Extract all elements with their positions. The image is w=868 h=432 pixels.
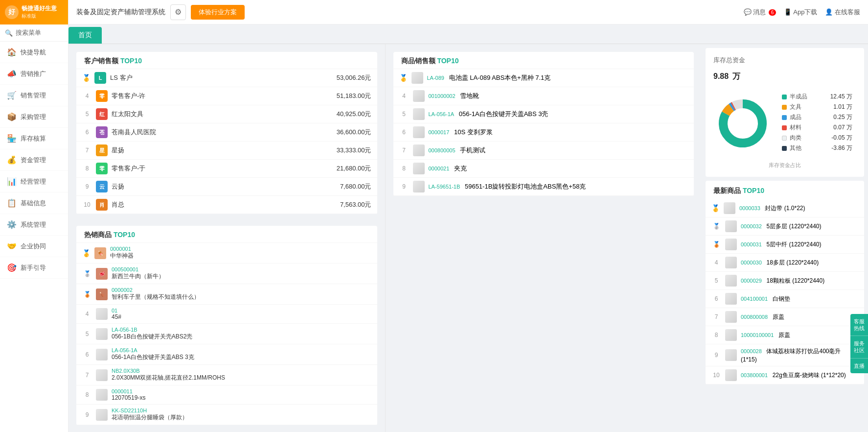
placeholder	[725, 329, 737, 341]
product-code: 001000002	[429, 93, 456, 99]
inventory-value: 9.88	[713, 72, 729, 80]
rank-num: 🥉	[82, 291, 92, 298]
rank-num: 8	[82, 165, 92, 172]
product-info: 000500001 新西兰牛肉（新牛）	[112, 266, 371, 281]
inventory-amount: 9.88 万	[713, 67, 745, 82]
list-item: 🥉 0000031 5层中纤 (1220*2440)	[706, 236, 864, 254]
inventory-subtitle: 库存资金占比	[713, 162, 856, 169]
table-row: 8 零 零售客户-于 21,680.00元	[76, 160, 377, 178]
list-item: 4 01 45#	[76, 305, 377, 324]
online-service-btn[interactable]: 👤 在线客服	[825, 8, 860, 17]
product-info: 0000017 10S 变刹罗浆	[429, 128, 688, 137]
message-btn[interactable]: 💬 消息 6	[744, 8, 777, 17]
product-name: 10S 变刹罗浆	[454, 128, 493, 136]
avatar: 星	[96, 144, 108, 156]
hot-products-panel: 热销商品 TOP10 🥇 🍖 0000001 中华神器	[76, 226, 377, 425]
search-menu-btn[interactable]: 🔍 搜索菜单	[0, 24, 68, 42]
list-item: 10 003800001 22g鱼豆腐-烧烤味 (1*12*20)	[706, 366, 864, 384]
product-info: 10000100001 原盖	[741, 331, 858, 339]
list-item: 6 0000017 10S 变刹罗浆	[393, 123, 694, 142]
tab-home[interactable]: 首页	[69, 27, 102, 44]
customer-name: 零售客户-于	[112, 164, 333, 173]
placeholder	[724, 202, 735, 214]
placeholder	[96, 328, 108, 340]
sidebar-item-basics[interactable]: 📋 基础信息	[0, 192, 68, 214]
legend-label: 半成品	[790, 93, 830, 101]
trial-button[interactable]: 体验行业方案	[191, 5, 245, 20]
legend-row: 半成品 12.45 万	[782, 93, 852, 101]
sidebar-item-guide[interactable]: 🎯 新手引导	[0, 257, 68, 279]
customer-service-btn[interactable]: 客服热线	[850, 314, 868, 336]
sidebar-item-home[interactable]: 🏠 快捷导航	[0, 42, 68, 63]
product-info: 0000002 智利车子里（规格不知道填什么）	[112, 287, 371, 301]
sidebar-item-marketing[interactable]: 📣 营销推广	[0, 63, 68, 85]
product-code: LA-056-1A	[429, 111, 455, 117]
avatar: 云	[96, 181, 108, 192]
collab-icon: 🤝	[7, 241, 17, 251]
service-community-btn[interactable]: 服务社区	[850, 336, 868, 359]
product-code: 01	[112, 308, 371, 313]
product-code: LA-59651-1B	[429, 184, 460, 190]
customer-ranking-panel: 客户销售额 TOP10 🥇 L LS 客户 53,006.26元	[76, 52, 377, 214]
list-item: 9 0000028 体城荔枝味苏打饮品400毫升 (1*15)	[706, 344, 864, 366]
product-code: KK-SD22110H	[112, 408, 371, 413]
product-thumbnail	[413, 144, 425, 156]
sidebar-item-inventory[interactable]: 🏪 库存核算	[0, 128, 68, 149]
product-code: 10000100001	[741, 332, 774, 338]
placeholder	[725, 349, 737, 361]
customer-amount: 40,925.00元	[337, 110, 371, 119]
product-name: 18颗粒板 (1220*2440)	[766, 277, 824, 284]
product-thumbnail: 🥩	[96, 268, 108, 280]
legend-label: 肉类	[790, 134, 831, 142]
sidebar-label-2: 销售管理	[21, 91, 46, 100]
sidebar-item-sales[interactable]: 🛒 销售管理	[0, 85, 68, 106]
product-name: 原盖	[773, 313, 784, 320]
app-download-btn[interactable]: 📱 App下载	[784, 8, 817, 17]
placeholder	[96, 308, 108, 320]
product-code: 000800005	[429, 147, 456, 153]
product-name: 59651-1B旋转投影灯电池盒ABS黑色+58克	[465, 183, 586, 190]
message-badge: 6	[769, 9, 777, 16]
sidebar-item-operations[interactable]: 📊 经营管理	[0, 171, 68, 192]
rank-num: 4	[399, 93, 409, 99]
placeholder	[413, 90, 425, 102]
list-item: 🥈 0000032 5层多层 (1220*2440)	[706, 217, 864, 236]
rank-num: 7	[711, 313, 721, 320]
sidebar: 好 畅捷通好生意 标准版 🔍 搜索菜单 🏠 快捷导航 📣 营销推广 🛒 销售管理…	[0, 0, 69, 432]
sidebar-item-collab[interactable]: 🤝 企业协同	[0, 236, 68, 257]
product-name: 智利车子里（规格不知道填什么）	[112, 293, 371, 301]
system-icon: ⚙️	[7, 220, 17, 229]
product-sales-header: 商品销售额 TOP10	[393, 52, 694, 69]
customer-amount: 51,183.00元	[337, 92, 371, 100]
product-info: LA-089 电池盖 LA-089 ABS本色+黑种 7.1克	[427, 73, 688, 82]
sidebar-label-3: 采购管理	[21, 113, 46, 121]
settings-button[interactable]: ⚙	[170, 4, 186, 20]
rank-num: 7	[82, 372, 92, 379]
sidebar-item-finance[interactable]: 💰 资金管理	[0, 149, 68, 171]
product-thumbnail	[96, 369, 108, 381]
list-item: 7 000800008 原盖	[706, 308, 864, 326]
product-code: 000800008	[741, 314, 768, 320]
rank-medal: 🥇	[399, 74, 408, 82]
product-name: 中华神器	[110, 252, 371, 260]
rank-num: 9	[399, 183, 409, 190]
live-broadcast-btn[interactable]: 直播	[850, 359, 868, 373]
sidebar-item-purchase[interactable]: 📦 采购管理	[0, 106, 68, 128]
product-code: LA-056-1B	[112, 327, 371, 333]
purchase-icon: 📦	[7, 112, 17, 121]
customer-name: 红太阳文具	[112, 110, 333, 119]
product-info: LA-056-1A 056-1A白色按键开关盖ABS 3克	[112, 347, 371, 361]
placeholder	[413, 126, 425, 138]
legend-value: -0.05 万	[831, 134, 852, 142]
product-name: 新西兰牛肉（新牛）	[112, 272, 371, 281]
sidebar-item-system[interactable]: ⚙️ 系统管理	[0, 214, 68, 236]
placeholder	[413, 108, 425, 120]
rank-num: 5	[711, 277, 721, 284]
rank-num: 7	[82, 147, 92, 154]
hot-products-list: 🥇 🍖 0000001 中华神器 🥈	[76, 243, 377, 425]
legend-dot	[782, 105, 787, 110]
customer-amount: 21,680.00元	[337, 164, 371, 173]
product-info: LA-59651-1B 59651-1B旋转投影灯电池盒ABS黑色+58克	[429, 182, 688, 191]
legend-row: 肉类 -0.05 万	[782, 134, 852, 142]
list-item: 5 LA-056-1A 056-1A白色按键开关盖ABS 3壳	[393, 105, 694, 123]
